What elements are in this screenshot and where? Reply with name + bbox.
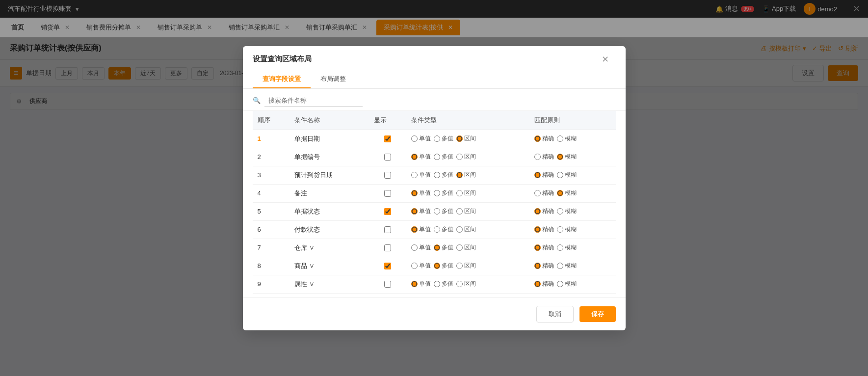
table-row: 1单据日期单值多值区间精确模糊 bbox=[253, 130, 616, 148]
type-option-单值[interactable]: 单值 bbox=[411, 207, 431, 215]
dialog-close-btn[interactable]: ✕ bbox=[600, 54, 611, 65]
match-radio-group: 精确模糊 bbox=[534, 225, 610, 234]
type-option-多值[interactable]: 多值 bbox=[434, 280, 453, 288]
match-option-精确[interactable]: 精确 bbox=[534, 243, 554, 252]
th-order: 顺序 bbox=[253, 111, 290, 130]
table-row: 2单据编号单值多值区间精确模糊 bbox=[253, 148, 616, 166]
tab-field-settings[interactable]: 查询字段设置 bbox=[253, 71, 311, 88]
display-checkbox[interactable] bbox=[384, 154, 391, 161]
cell-match: 精确模糊 bbox=[529, 239, 615, 257]
match-radio-group: 精确模糊 bbox=[534, 243, 610, 252]
type-option-区间[interactable]: 区间 bbox=[456, 243, 476, 252]
type-option-多值[interactable]: 多值 bbox=[434, 134, 453, 143]
tab-field-settings-label: 查询字段设置 bbox=[263, 75, 301, 82]
cell-display bbox=[369, 275, 406, 293]
cell-type: 单值多值区间 bbox=[406, 220, 529, 239]
display-checkbox[interactable] bbox=[384, 281, 391, 288]
display-checkbox[interactable] bbox=[384, 172, 391, 179]
cell-condition-name: 付款状态 bbox=[289, 220, 369, 239]
type-option-多值[interactable]: 多值 bbox=[434, 189, 453, 197]
type-option-多值[interactable]: 多值 bbox=[434, 225, 453, 234]
type-option-区间[interactable]: 区间 bbox=[456, 189, 476, 197]
type-option-单值[interactable]: 单值 bbox=[411, 225, 431, 234]
type-option-区间[interactable]: 区间 bbox=[456, 262, 476, 270]
match-option-模糊[interactable]: 模糊 bbox=[557, 171, 577, 179]
save-btn[interactable]: 保存 bbox=[579, 306, 616, 322]
type-radio-group: 单值多值区间 bbox=[411, 134, 525, 143]
match-option-精确[interactable]: 精确 bbox=[534, 153, 554, 161]
match-option-精确[interactable]: 精确 bbox=[534, 207, 554, 215]
cell-match: 精确模糊 bbox=[529, 184, 615, 202]
cell-display bbox=[369, 202, 406, 220]
table-row: 3预计到货日期单值多值区间精确模糊 bbox=[253, 166, 616, 184]
match-option-精确[interactable]: 精确 bbox=[534, 225, 554, 234]
type-option-多值[interactable]: 多值 bbox=[434, 153, 453, 161]
type-option-单值[interactable]: 单值 bbox=[411, 243, 431, 252]
search-input[interactable] bbox=[264, 95, 363, 107]
display-checkbox[interactable] bbox=[384, 226, 391, 233]
match-option-精确[interactable]: 精确 bbox=[534, 134, 554, 143]
match-radio-group: 精确模糊 bbox=[534, 153, 610, 161]
cell-display bbox=[369, 130, 406, 148]
tab-layout-adjust[interactable]: 布局调整 bbox=[311, 71, 356, 88]
match-option-精确[interactable]: 精确 bbox=[534, 280, 554, 288]
display-checkbox[interactable] bbox=[384, 135, 391, 142]
type-option-区间[interactable]: 区间 bbox=[456, 280, 476, 288]
cell-order: 9 bbox=[253, 275, 290, 293]
type-option-多值[interactable]: 多值 bbox=[434, 171, 453, 179]
cell-condition-name: 单据状态 bbox=[289, 202, 369, 220]
table-header-row: 顺序 条件名称 显示 条件类型 匹配原则 bbox=[253, 111, 616, 130]
cancel-btn[interactable]: 取消 bbox=[536, 306, 574, 322]
type-option-区间[interactable]: 区间 bbox=[456, 171, 476, 179]
type-radio-group: 单值多值区间 bbox=[411, 153, 525, 161]
cell-display bbox=[369, 257, 406, 275]
cell-condition-name: 单据日期 bbox=[289, 130, 369, 148]
cell-order: 1 bbox=[253, 130, 290, 148]
type-option-多值[interactable]: 多值 bbox=[434, 243, 453, 252]
type-option-单值[interactable]: 单值 bbox=[411, 189, 431, 197]
display-checkbox[interactable] bbox=[384, 208, 391, 215]
cell-match: 精确模糊 bbox=[529, 130, 615, 148]
match-option-模糊[interactable]: 模糊 bbox=[557, 134, 577, 143]
match-option-模糊[interactable]: 模糊 bbox=[557, 153, 577, 161]
cell-condition-name: 商品 ∨ bbox=[289, 257, 369, 275]
match-option-模糊[interactable]: 模糊 bbox=[557, 189, 577, 197]
display-checkbox[interactable] bbox=[384, 263, 391, 269]
th-name: 条件名称 bbox=[289, 111, 369, 130]
cell-order: 2 bbox=[253, 148, 290, 166]
type-option-区间[interactable]: 区间 bbox=[456, 225, 476, 234]
cell-match: 精确模糊 bbox=[529, 257, 615, 275]
type-option-区间[interactable]: 区间 bbox=[456, 153, 476, 161]
dialog-search-bar: 🔍 bbox=[243, 89, 626, 111]
match-option-精确[interactable]: 精确 bbox=[534, 262, 554, 270]
match-radio-group: 精确模糊 bbox=[534, 207, 610, 215]
type-option-单值[interactable]: 单值 bbox=[411, 280, 431, 288]
type-option-区间[interactable]: 区间 bbox=[456, 207, 476, 215]
type-option-单值[interactable]: 单值 bbox=[411, 153, 431, 161]
match-option-模糊[interactable]: 模糊 bbox=[557, 225, 577, 234]
th-type: 条件类型 bbox=[406, 111, 529, 130]
match-option-精确[interactable]: 精确 bbox=[534, 189, 554, 197]
dialog-tabs: 查询字段设置 布局调整 bbox=[253, 71, 611, 88]
type-option-多值[interactable]: 多值 bbox=[434, 262, 453, 270]
cell-match: 精确模糊 bbox=[529, 166, 615, 184]
type-radio-group: 单值多值区间 bbox=[411, 262, 525, 270]
display-checkbox[interactable] bbox=[384, 190, 391, 197]
match-option-模糊[interactable]: 模糊 bbox=[557, 243, 577, 252]
match-option-精确[interactable]: 精确 bbox=[534, 171, 554, 179]
cell-type: 单值多值区间 bbox=[406, 202, 529, 220]
table-row: 8商品 ∨单值多值区间精确模糊 bbox=[253, 257, 616, 275]
cell-type: 单值多值区间 bbox=[406, 239, 529, 257]
type-option-区间[interactable]: 区间 bbox=[456, 134, 476, 143]
match-option-模糊[interactable]: 模糊 bbox=[557, 262, 577, 270]
search-icon: 🔍 bbox=[253, 97, 261, 104]
display-checkbox[interactable] bbox=[384, 244, 391, 251]
type-option-单值[interactable]: 单值 bbox=[411, 171, 431, 179]
type-option-单值[interactable]: 单值 bbox=[411, 134, 431, 143]
cell-type: 单值多值区间 bbox=[406, 293, 529, 297]
match-option-模糊[interactable]: 模糊 bbox=[557, 280, 577, 288]
cell-match: 精确模糊 bbox=[529, 220, 615, 239]
type-option-多值[interactable]: 多值 bbox=[434, 207, 453, 215]
type-option-单值[interactable]: 单值 bbox=[411, 262, 431, 270]
match-option-模糊[interactable]: 模糊 bbox=[557, 207, 577, 215]
